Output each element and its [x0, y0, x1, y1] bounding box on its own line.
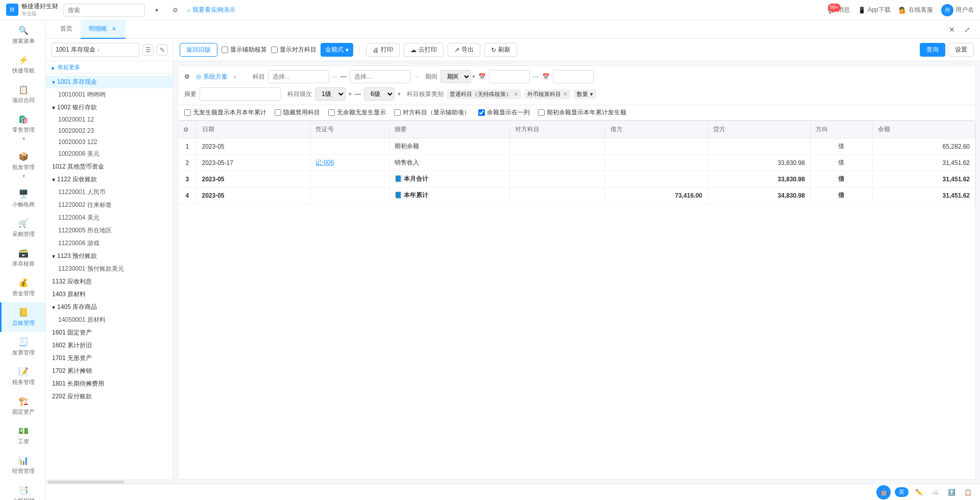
print-btn[interactable]: 🖨 打印 [366, 43, 400, 57]
tag-close-icon2[interactable]: ✕ [563, 91, 568, 98]
sidebar-item-capital[interactable]: 💰 资金管理 [0, 273, 45, 302]
display-style-btn[interactable]: 金额式 ▾ [321, 43, 353, 57]
scrollbar-thumb[interactable] [48, 481, 124, 484]
sidebar-item-invoice[interactable]: 🧾 发票管理 [0, 332, 45, 362]
tree-item-14050001[interactable]: 14050001 原材料 [46, 314, 173, 326]
tree-item-1701[interactable]: 1701 无形资产 [46, 352, 173, 365]
sidebar-item-project[interactable]: 📋 项目合同 [0, 80, 45, 109]
dropdown-icon[interactable]: ▾ [150, 4, 163, 17]
no-occur-input[interactable] [184, 109, 191, 116]
summary-input[interactable] [200, 87, 281, 101]
checkbox-no-balance[interactable]: 无余额无发生显示 [328, 108, 386, 117]
show-aux-input[interactable] [222, 46, 228, 53]
tree-item-10020006[interactable]: 10020006 美元 [46, 148, 173, 160]
sidebar-item-operations[interactable]: 📊 经营管理 [0, 450, 45, 480]
period-end-input[interactable]: 2023-05 [553, 70, 594, 83]
voucher-link[interactable]: 记-006 [315, 159, 334, 166]
tree-item-10020001[interactable]: 10020001 12 [46, 114, 173, 125]
sidebar-item-payroll[interactable]: 💵 工资 [0, 421, 45, 450]
td-voucher[interactable]: 记-006 [310, 155, 389, 171]
period-start-input[interactable]: 2023-05 [489, 70, 530, 83]
sidebar-item-retail[interactable]: 🛍️ 零售管理 ▾ [0, 109, 45, 147]
no-balance-input[interactable] [328, 109, 335, 116]
tree-item-1801[interactable]: 1801 长期待摊费用 [46, 377, 173, 390]
export-btn[interactable]: ↗ 导出 [448, 43, 480, 57]
sidebar-item-quick-nav[interactable]: ⚡ 快捷导航 [0, 50, 45, 80]
query-btn[interactable]: 查询 [920, 43, 945, 57]
tree-item-1012[interactable]: 1012 其他货币资金 [46, 160, 173, 173]
sidebar-item-purchase[interactable]: 🛒 采购管理 [0, 213, 45, 243]
lang-btn[interactable]: 英 [895, 487, 909, 497]
upload-icon-btn[interactable]: ⬆️ [945, 486, 958, 498]
opposite-aux-input[interactable] [394, 109, 401, 116]
clipboard-icon-btn[interactable]: 📋 [962, 486, 974, 498]
subject-start-input[interactable] [268, 70, 329, 83]
level-to-select[interactable]: 6级 [364, 87, 395, 101]
tree-item-10010001[interactable]: 10010001 哟哟哟 [46, 88, 173, 101]
tag-quantity[interactable]: 数量 ▾ [574, 89, 596, 99]
th-settings[interactable]: ⚙ [178, 121, 197, 138]
sidebar-item-reports[interactable]: 📑 小畅报销 [0, 480, 45, 500]
refresh-btn[interactable]: ↻ 刷新 [484, 43, 517, 57]
tree-item-11220002[interactable]: 11220002 往来标签 [46, 199, 173, 211]
tree-item-10020003[interactable]: 10020003 122 [46, 136, 173, 148]
sidebar-item-search[interactable]: 🔍 搜索菜单 [0, 20, 45, 50]
tab-close-icon[interactable]: ✕ [110, 26, 117, 33]
tag-close-icon[interactable]: ✕ [513, 91, 518, 98]
sidebar-item-tax[interactable]: 📝 税务管理 [0, 362, 45, 391]
tree-edit-icon[interactable]: ✎ [157, 44, 168, 56]
tab-close-btn[interactable]: ✕ [945, 23, 959, 36]
show-aux-checkbox[interactable]: 显示辅助核算 [222, 45, 267, 54]
tree-item-11220006[interactable]: 11220006 游戏 [46, 237, 173, 250]
checkbox-opposite-aux[interactable]: 对方科目（显示辅助项） [394, 108, 470, 117]
tag-normal-subject[interactable]: 普通科目（无特殊核算） ✕ [447, 89, 521, 99]
assistant-btn[interactable]: 🤖 [876, 485, 891, 499]
sidebar-item-ledger[interactable]: 📒 总账管理 [0, 302, 45, 332]
tree-item-1403[interactable]: 1403 原材料 [46, 288, 173, 301]
tree-item-11220001[interactable]: 11220001 人民币 [46, 186, 173, 199]
tree-item-1702[interactable]: 1702 累计摊销 [46, 365, 173, 377]
sidebar-item-inventory[interactable]: 🗃️ 库存核算 [0, 243, 45, 273]
return-old-btn[interactable]: 返回旧版 [180, 43, 217, 57]
tab-home[interactable]: 首页 [52, 20, 81, 39]
app-download-btn[interactable]: 📱 App下载 [858, 6, 891, 14]
tree-list-icon[interactable]: ☰ [142, 44, 154, 56]
online-service-btn[interactable]: 💁 在线客服 [899, 6, 933, 14]
tree-item-1122[interactable]: ▾ 1122 应收账款 [46, 173, 173, 186]
checkbox-balance-one-row[interactable]: 余额显示在一列 [478, 108, 530, 117]
edit-icon-btn[interactable]: ✏️ [913, 486, 925, 498]
balance-one-row-input[interactable] [478, 109, 485, 116]
tree-item-1123[interactable]: ▾ 1123 预付账款 [46, 250, 173, 263]
level-from-select[interactable]: 1级 [315, 87, 346, 101]
hide-disabled-input[interactable] [275, 109, 281, 116]
settings-top-icon[interactable]: ⚙ [168, 4, 182, 17]
checkbox-hide-disabled[interactable]: 隐藏禁用科目 [275, 108, 320, 117]
subject-selector[interactable]: 1001 库存现金 › [51, 43, 139, 57]
filter-collapse-btn[interactable]: ‹ [234, 73, 236, 81]
tab-detail[interactable]: 明细账 ✕ [81, 20, 126, 39]
collapse-more-btn[interactable]: ▲ 收起更多 [46, 61, 173, 74]
beginning-balance-input[interactable] [538, 109, 545, 116]
demo-link[interactable]: ○ 我要看实例演示 [187, 6, 235, 14]
tree-item-1002[interactable]: ▾ 1002 银行存款 [46, 101, 173, 114]
cloud-icon-btn[interactable]: ☁️ [929, 486, 941, 498]
scheme-btn[interactable]: ◎ 系统方案 [196, 73, 228, 81]
settings-btn[interactable]: 设置 [948, 43, 974, 57]
user-menu[interactable]: 用 用户名 [941, 4, 974, 16]
tree-item-1601[interactable]: 1601 固定资产 [46, 326, 173, 339]
tree-item-1602[interactable]: 1602 累计折旧 [46, 339, 173, 352]
sidebar-item-wholesale[interactable]: 📦 批发管理 ▾ [0, 147, 45, 184]
tab-expand-btn[interactable]: ⤢ [961, 23, 974, 36]
checkbox-beginning-balance[interactable]: 期初余额显示本年累计发生额 [538, 108, 626, 117]
message-btn[interactable]: 💬 99+ 消息 [828, 6, 850, 14]
tree-item-1132[interactable]: 1132 应收利息 [46, 275, 173, 288]
tree-item-11220004[interactable]: 11220004 美元 [46, 211, 173, 224]
period-type-select[interactable]: 期间 [440, 70, 471, 83]
sidebar-item-fixed-assets[interactable]: 🏗️ 固定资产 [0, 391, 45, 421]
show-opposite-checkbox[interactable]: 显示对方科目 [271, 45, 316, 54]
cloud-print-btn[interactable]: ☁ 云打印 [404, 43, 444, 57]
sidebar-item-ecommerce[interactable]: 🖥️ 小畅电商 [0, 184, 45, 213]
tree-item-2202[interactable]: 2202 应付账款 [46, 390, 173, 403]
subject-end-input[interactable] [350, 70, 411, 83]
tag-foreign-currency[interactable]: 外币核算科目 ✕ [524, 89, 571, 99]
